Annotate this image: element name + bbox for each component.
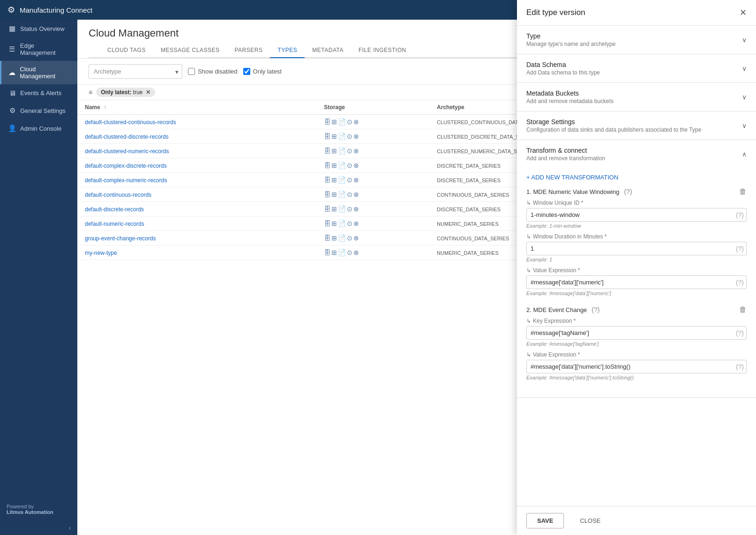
database-icon: 🗄 bbox=[324, 176, 330, 184]
accordion-data-schema: Data Schema Add Data schema to this type… bbox=[517, 54, 756, 83]
col-name[interactable]: Name ↑ bbox=[77, 100, 316, 115]
help-icon-2[interactable]: (?) bbox=[591, 306, 599, 313]
storage-icons: 🗄 ⊞ 📄 ⊙ ⊗ bbox=[324, 249, 422, 256]
database-icon: 🗄 bbox=[324, 220, 330, 227]
help-icon-value-exp-1[interactable]: (?) bbox=[736, 279, 744, 286]
type-name-link[interactable]: my-new-type bbox=[85, 250, 117, 256]
tab-cloud-tags[interactable]: CLOUD TAGS bbox=[100, 43, 153, 58]
cell-storage: 🗄 ⊞ 📄 ⊙ ⊗ bbox=[316, 158, 429, 173]
type-name-link[interactable]: default-clustered-discrete-records bbox=[85, 134, 169, 140]
doc-icon: 📄 bbox=[338, 249, 346, 256]
tab-file-ingestion[interactable]: FILE INGESTION bbox=[351, 43, 414, 58]
accordion-data-schema-subtitle: Add Data schema to this type bbox=[526, 69, 600, 76]
accordion-storage-settings-header[interactable]: Storage Settings Configuration of data s… bbox=[517, 111, 756, 140]
grid-icon: ⊞ bbox=[331, 234, 337, 242]
only-latest-label[interactable]: Only latest bbox=[253, 68, 282, 75]
database-icon: 🗄 bbox=[324, 205, 330, 213]
input-value-expression-1[interactable] bbox=[526, 275, 747, 289]
sidebar: ▦ Status Overview ☰ Edge Management ☁ Cl… bbox=[0, 20, 77, 535]
accordion-type-title: Type bbox=[526, 32, 615, 40]
circle-icon: ⊗ bbox=[353, 220, 359, 227]
settings-icon: ⊙ bbox=[347, 220, 352, 227]
circle-icon: ⊗ bbox=[353, 133, 359, 140]
type-name-link[interactable]: default-complex-discrete-records bbox=[85, 163, 167, 169]
type-name-link[interactable]: default-discrete-records bbox=[85, 206, 144, 213]
add-new-transformation-link[interactable]: + ADD NEW TRANSFORMATION bbox=[526, 174, 618, 181]
close-panel-button[interactable]: CLOSE bbox=[569, 513, 611, 528]
database-icon: 🗄 bbox=[324, 162, 330, 169]
sidebar-item-admin-console[interactable]: 👤 Admin Console bbox=[0, 119, 77, 137]
sidebar-item-status-overview[interactable]: ▦ Status Overview bbox=[0, 20, 77, 37]
cell-storage: 🗄 ⊞ 📄 ⊙ ⊗ bbox=[316, 216, 429, 231]
example-window-id: Example: 1-min-window bbox=[526, 223, 747, 229]
settings-icon: ⊙ bbox=[347, 162, 352, 169]
sidebar-item-label: Events & Alerts bbox=[20, 89, 61, 97]
accordion-data-schema-header[interactable]: Data Schema Add Data schema to this type… bbox=[517, 54, 756, 82]
type-name-link[interactable]: group-event-change-records bbox=[85, 235, 156, 242]
cell-name: group-event-change-records bbox=[77, 231, 316, 245]
sidebar-item-general-settings[interactable]: ⚙ General Settings bbox=[0, 102, 77, 119]
accordion-type-header[interactable]: Type Manage type's name and archetype ∨ bbox=[517, 26, 756, 54]
sidebar-footer: Powered by Litmus Automation bbox=[0, 498, 77, 520]
sidebar-item-events-alerts[interactable]: 🖥 Events & Alerts bbox=[0, 84, 77, 102]
storage-icons: 🗄 ⊞ 📄 ⊙ ⊗ bbox=[324, 220, 422, 227]
field-label-value-exp-2: Value Expression * bbox=[533, 351, 580, 358]
filter-chip-only-latest: Only latest: true ✕ bbox=[96, 88, 155, 97]
circle-icon: ⊗ bbox=[353, 147, 359, 155]
sidebar-collapse-button[interactable]: ‹ bbox=[0, 520, 77, 535]
help-icon-duration[interactable]: (?) bbox=[736, 245, 744, 253]
input-window-unique-id[interactable] bbox=[526, 208, 747, 222]
save-button[interactable]: SAVE bbox=[526, 513, 564, 528]
show-disabled-group: Show disabled bbox=[188, 68, 238, 75]
type-name-link[interactable]: default-complex-numeric-records bbox=[85, 177, 167, 184]
sub-arrow-icon: ↳ bbox=[526, 233, 531, 240]
delete-transform-2-button[interactable]: 🗑 bbox=[739, 305, 747, 314]
filter-icon[interactable]: ≡ bbox=[89, 89, 92, 96]
help-icon-key-exp[interactable]: (?) bbox=[736, 329, 744, 337]
field-value-expression-1: ↳ Value Expression * (?) Example: #messa… bbox=[526, 267, 747, 296]
show-disabled-label[interactable]: Show disabled bbox=[198, 68, 238, 75]
sub-arrow-icon: ↳ bbox=[526, 267, 531, 274]
help-icon-value-exp-2[interactable]: (?) bbox=[736, 363, 744, 371]
type-name-link[interactable]: default-clustered-numeric-records bbox=[85, 148, 169, 155]
sidebar-item-edge-management[interactable]: ☰ Edge Management bbox=[0, 37, 77, 61]
input-window-duration[interactable] bbox=[526, 242, 747, 255]
input-key-expression[interactable] bbox=[526, 326, 747, 340]
accordion-metadata-buckets-header[interactable]: Metadata Buckets Add and remove metadata… bbox=[517, 83, 756, 111]
help-icon-window-id[interactable]: (?) bbox=[736, 211, 744, 219]
only-latest-checkbox[interactable] bbox=[243, 68, 250, 75]
accordion-storage-title: Storage Settings bbox=[526, 118, 701, 126]
tab-parsers[interactable]: PARSERS bbox=[227, 43, 270, 58]
show-disabled-checkbox[interactable] bbox=[188, 68, 195, 75]
tab-types[interactable]: TYPES bbox=[270, 43, 305, 58]
doc-icon: 📄 bbox=[338, 147, 346, 155]
settings-icon: ⊙ bbox=[347, 191, 352, 198]
filter-chip-remove[interactable]: ✕ bbox=[146, 89, 150, 96]
circle-icon: ⊗ bbox=[353, 176, 359, 184]
help-icon-1[interactable]: (?) bbox=[624, 188, 632, 195]
archetype-select[interactable]: Archetype bbox=[89, 64, 182, 79]
tab-metadata[interactable]: METADATA bbox=[305, 43, 351, 58]
accordion-transform-header[interactable]: Transform & connect Add and remove trans… bbox=[517, 140, 756, 168]
input-value-expression-2[interactable] bbox=[526, 360, 747, 373]
panel-title: Edit type version bbox=[526, 8, 585, 17]
storage-icons: 🗄 ⊞ 📄 ⊙ ⊗ bbox=[324, 205, 422, 213]
app-title: Manufacturing Connect bbox=[20, 6, 92, 14]
database-icon: 🗄 bbox=[324, 191, 330, 198]
settings-icon: ⊙ bbox=[347, 147, 352, 155]
chevron-down-icon: ∨ bbox=[742, 65, 747, 72]
cell-name: default-clustered-continuous-records bbox=[77, 115, 316, 129]
panel-header: Edit type version ✕ bbox=[517, 0, 756, 26]
type-name-link[interactable]: default-continuous-records bbox=[85, 192, 151, 198]
tab-message-classes[interactable]: MESSAGE CLASSES bbox=[153, 43, 227, 58]
settings-icon: ⊙ bbox=[347, 176, 352, 184]
cell-name: default-continuous-records bbox=[77, 187, 316, 202]
type-name-link[interactable]: default-numeric-records bbox=[85, 221, 144, 227]
example-key-exp: Example: #message['tagName'] bbox=[526, 341, 747, 347]
type-name-link[interactable]: default-clustered-continuous-records bbox=[85, 119, 176, 126]
delete-transform-1-button[interactable]: 🗑 bbox=[739, 187, 747, 196]
panel-close-button[interactable]: ✕ bbox=[740, 7, 747, 18]
sidebar-item-cloud-management[interactable]: ☁ Cloud Management bbox=[0, 61, 77, 84]
grid-icon: ⊞ bbox=[331, 191, 337, 198]
panel-body: Type Manage type's name and archetype ∨ … bbox=[517, 26, 756, 506]
